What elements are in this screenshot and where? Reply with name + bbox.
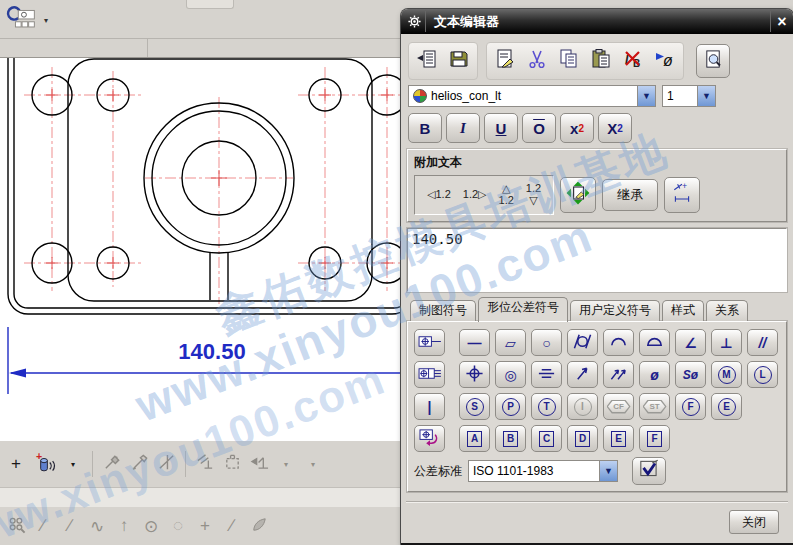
leaf-icon — [250, 515, 269, 538]
rfs-button[interactable]: S — [459, 393, 490, 420]
tab-relations[interactable]: 关系 — [706, 300, 748, 321]
close-icon[interactable]: × — [770, 11, 793, 32]
mmc-button[interactable]: M — [711, 361, 742, 388]
display-mode-tool[interactable]: ▾ — [6, 4, 48, 36]
datum-d-button[interactable]: D — [567, 425, 598, 452]
text-before-button[interactable]: ◁1.2 — [427, 189, 451, 201]
delete-format-button[interactable]: IB — [619, 47, 647, 75]
insert-symbol-button[interactable]: ø — [651, 47, 679, 75]
cylindricity-button[interactable] — [567, 329, 598, 356]
dim-edit-icon: + — [671, 182, 693, 208]
text-below-button[interactable]: 1.2 ▽ — [526, 183, 541, 206]
preview-button[interactable] — [696, 44, 730, 78]
drawing-canvas[interactable]: 140.50 — [0, 57, 400, 442]
toolbar-gap — [0, 488, 400, 507]
tolerance-standard-value: ISO 1101-1983 — [473, 464, 554, 478]
text-above-button[interactable]: △ 1.2 — [499, 183, 514, 206]
datum-b-button[interactable]: B — [495, 425, 526, 452]
circled-i-button[interactable]: I — [567, 393, 598, 420]
insert-single-frame-button[interactable] — [414, 329, 445, 356]
diameter-button[interactable]: ø — [639, 361, 670, 388]
clear-text-button[interactable] — [491, 47, 519, 75]
circularity-button[interactable]: ○ — [531, 329, 562, 356]
copy-button[interactable] — [555, 47, 583, 75]
doc-import-icon — [416, 48, 438, 74]
circular-runout-button[interactable] — [567, 361, 598, 388]
point-tool[interactable]: + — [6, 452, 26, 476]
datum-e-button[interactable]: E — [603, 425, 634, 452]
underline-button[interactable]: U — [484, 113, 518, 143]
toolbar-group — [408, 42, 478, 80]
lmc-button[interactable]: L — [747, 361, 778, 388]
bold-button[interactable]: B — [408, 113, 442, 143]
concentricity-button[interactable]: ◎ — [495, 361, 526, 388]
check-edit-icon — [637, 457, 661, 485]
chevron-down-icon[interactable]: ▼ — [697, 86, 715, 106]
point-vector-tool: ↑ — [114, 514, 134, 538]
dialog-titlebar[interactable]: 文本编辑器 × — [401, 9, 793, 34]
text-editor-input[interactable]: 140.50 — [407, 228, 787, 292]
datum-c-button[interactable]: C — [531, 425, 562, 452]
free-state-button[interactable]: F — [675, 393, 706, 420]
con1-icon — [196, 453, 215, 476]
projected-tolerance-zone-button[interactable]: P — [495, 393, 526, 420]
profile-of-line-button[interactable] — [603, 329, 634, 356]
reset-text-button[interactable] — [560, 177, 596, 213]
paste-button[interactable] — [587, 47, 615, 75]
insert-feature-caret[interactable]: ▾ — [63, 452, 83, 476]
datum-f-button[interactable]: F — [639, 425, 670, 452]
tab-user-defined-symbols[interactable]: 用户定义符号 — [570, 300, 660, 321]
tolerance-standard-combo[interactable]: ISO 1101-1983 ▼ — [468, 460, 618, 482]
total-runout-button[interactable] — [603, 361, 634, 388]
symmetry-button[interactable] — [531, 361, 562, 388]
chevron-down-icon[interactable]: ▼ — [637, 86, 655, 106]
cyl-new-icon: + — [33, 451, 56, 478]
statistical-tolerance-button[interactable]: ST — [639, 393, 670, 420]
superscript-button[interactable]: x2 — [560, 113, 594, 143]
circle-center-tool: ⊙ — [141, 514, 161, 538]
spherical-diameter-button[interactable]: Sø — [675, 361, 706, 388]
save-text-button[interactable] — [445, 47, 473, 75]
gear-icon[interactable] — [403, 11, 426, 32]
line-tool: ∕ — [33, 514, 53, 538]
separator-bar-button[interactable]: | — [414, 393, 445, 420]
datum-a-button[interactable]: A — [459, 425, 490, 452]
straightness-button[interactable]: — — [459, 329, 490, 356]
inherit-button[interactable]: 继承 — [602, 179, 658, 211]
tab-style[interactable]: 样式 — [662, 300, 704, 321]
text-after-button[interactable]: 1.2▷ — [463, 189, 487, 201]
save-icon — [448, 48, 470, 74]
overline-button[interactable]: O — [522, 113, 556, 143]
insert-frame-newline-button[interactable] — [414, 425, 445, 452]
tab-gdt-symbols[interactable]: 形位公差符号 — [478, 297, 568, 322]
gdt-symbols-panel: —▱○∠⊥//◎øSøML|SPTICFSTFEABCDEF 公差标准 ISO … — [407, 321, 787, 492]
parallelism-button[interactable]: // — [747, 329, 778, 356]
constraint-caret: ▾ — [276, 452, 296, 476]
chevron-down-icon[interactable]: ▼ — [599, 461, 617, 481]
dimension-text[interactable]: 140.50 — [178, 339, 245, 364]
profile-of-surface-button[interactable] — [639, 329, 670, 356]
cut-button[interactable] — [523, 47, 551, 75]
tangent-plane-button[interactable]: T — [531, 393, 562, 420]
italic-button[interactable]: I — [446, 113, 480, 143]
edit-dimension-style-button[interactable]: + — [664, 177, 700, 213]
chevron-down-icon[interactable]: ▾ — [44, 16, 48, 25]
subscript-button[interactable]: X2 — [598, 113, 632, 143]
sketch-toolbar: ++▾▾▾ — [0, 441, 406, 488]
position-button[interactable] — [459, 361, 490, 388]
perpendicularity-button[interactable]: ⊥ — [711, 329, 742, 356]
insert-compound-frame-button[interactable] — [414, 361, 445, 388]
font-combo[interactable]: helios_con_lt ▼ — [408, 85, 656, 107]
flatness-button[interactable]: ▱ — [495, 329, 526, 356]
tab-drafting-symbols[interactable]: 制图符号 — [410, 300, 476, 321]
erase-object-tool — [102, 452, 122, 476]
envelope-button[interactable]: E — [711, 393, 742, 420]
angularity-button[interactable]: ∠ — [675, 329, 706, 356]
continuous-feature-button[interactable]: CF — [603, 393, 634, 420]
close-button[interactable]: 关闭 — [729, 510, 779, 534]
size-combo[interactable]: 1 ▼ — [662, 85, 716, 107]
validate-symbol-button[interactable] — [632, 457, 666, 485]
load-text-button[interactable] — [413, 47, 441, 75]
insert-feature-tool[interactable]: + — [33, 452, 56, 476]
tolerance-row: 公差标准 ISO 1101-1983 ▼ — [414, 457, 780, 485]
